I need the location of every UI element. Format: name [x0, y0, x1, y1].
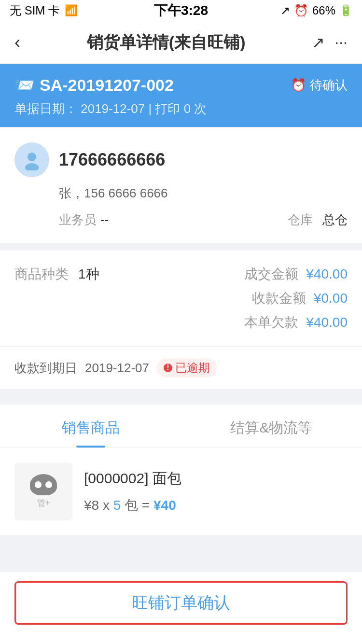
product-item: 管+ [0000002] 面包 ¥8 x 5 包 = ¥40 — [0, 448, 362, 535]
tab-settlement-label: 结算&物流等 — [230, 420, 312, 435]
owl-eye-left — [35, 481, 42, 488]
date-value: 2019-12-07 — [81, 101, 145, 116]
status-clock-icon: ⏰ — [291, 78, 306, 93]
status-bar: 无 SIM 卡 📶 下午3:28 ↗ ⏰ 66% 🔋 — [0, 0, 362, 21]
order-id-icon: 📨 — [14, 75, 35, 95]
owl-eyes — [35, 481, 52, 488]
due-date-value: 2019-12-07 — [85, 361, 149, 376]
product-type-label: 商品种类 — [14, 265, 69, 283]
battery-icon: 🔋 — [339, 4, 352, 17]
overdue-label: 已逾期 — [175, 360, 210, 376]
product-price: ¥8 x 5 包 = ¥40 — [84, 496, 348, 515]
amount-row-1: 收款金额 ¥0.00 — [252, 289, 348, 308]
bottom-bar: 旺铺订单确认 — [0, 571, 362, 644]
carrier-label: 无 SIM 卡 — [10, 3, 60, 18]
amount-value-1: ¥0.00 — [314, 291, 348, 306]
product-name-text: 面包 — [153, 470, 181, 486]
overdue-dot-icon: ! — [164, 364, 172, 372]
svg-point-0 — [28, 153, 36, 161]
product-qty: 5 — [113, 498, 121, 513]
product-type-value: 1种 — [78, 265, 99, 283]
warehouse-label: 仓库 — [288, 211, 313, 228]
owl-eye-right — [45, 481, 52, 488]
overdue-badge: ! 已逾期 — [157, 358, 217, 378]
svg-point-1 — [25, 163, 39, 170]
date-label: 单据日期： — [14, 101, 77, 116]
order-status: ⏰ 待确认 — [291, 77, 348, 94]
order-id-row: 📨 SA-20191207-002 ⏰ 待确认 — [14, 75, 348, 95]
summary-right: 成交金额 ¥40.00 收款金额 ¥0.00 本单欠款 ¥40.00 — [244, 265, 348, 332]
page-title: 销货单详情(来自旺铺) — [20, 31, 312, 54]
status-bar-time: 下午3:28 — [154, 1, 208, 20]
tab-settlement[interactable]: 结算&物流等 — [181, 405, 362, 448]
order-id: 📨 SA-20191207-002 — [14, 75, 174, 95]
order-date-row: 单据日期： 2019-12-07 | 打印 0 次 — [14, 100, 348, 117]
customer-meta: 业务员 -- 仓库 总仓 — [14, 211, 348, 228]
amount-label-0: 成交金额 — [244, 265, 298, 283]
amount-row-2: 本单欠款 ¥40.00 — [244, 313, 348, 332]
product-thumbnail: 管+ — [14, 462, 72, 520]
amount-label-2: 本单欠款 — [244, 313, 298, 332]
nav-actions: ↗ ··· — [312, 33, 348, 52]
status-bar-left: 无 SIM 卡 📶 — [10, 3, 78, 18]
confirm-order-button[interactable]: 旺铺订单确认 — [14, 581, 348, 625]
warehouse-value: 总仓 — [322, 211, 348, 228]
location-icon: ↗ — [280, 4, 290, 17]
amount-value-0: ¥40.00 — [306, 266, 348, 282]
order-header: 📨 SA-20191207-002 ⏰ 待确认 单据日期： 2019-12-07… — [0, 64, 362, 127]
owl-brand-label: 管+ — [37, 497, 50, 509]
summary-row: 商品种类 1种 成交金额 ¥40.00 收款金额 ¥0.00 本单欠款 ¥40.… — [14, 265, 348, 332]
amount-value-2: ¥40.00 — [306, 315, 348, 330]
product-equals: = — [142, 498, 153, 513]
alarm-icon: ⏰ — [294, 4, 308, 17]
divider-2 — [0, 389, 362, 397]
battery-label: 66% — [312, 4, 335, 17]
owl-face — [30, 474, 57, 495]
product-info: [0000002] 面包 ¥8 x 5 包 = ¥40 — [84, 469, 348, 515]
customer-info: 张，156 6666 6666 — [14, 185, 348, 202]
customer-row: 17666666666 — [14, 142, 348, 177]
status-bar-right: ↗ ⏰ 66% 🔋 — [280, 4, 352, 17]
product-unit: 包 — [125, 498, 138, 513]
tab-sales-products-label: 销售商品 — [62, 420, 120, 435]
tabs-section: 销售商品 结算&物流等 管+ [0000002] 面包 — [0, 405, 362, 535]
tabs-row: 销售商品 结算&物流等 — [0, 405, 362, 448]
print-count: 0 — [184, 101, 191, 116]
summary-section: 商品种类 1种 成交金额 ¥40.00 收款金额 ¥0.00 本单欠款 ¥40.… — [0, 251, 362, 346]
customer-phone: 17666666666 — [59, 150, 165, 170]
share-icon[interactable]: ↗ — [312, 33, 325, 52]
print-unit: 次 — [194, 101, 207, 116]
due-section: 收款到期日 2019-12-07 ! 已逾期 — [0, 346, 362, 389]
avatar — [14, 142, 49, 177]
order-id-text: SA-20191207-002 — [40, 76, 174, 95]
back-button[interactable]: ‹ — [14, 32, 20, 53]
status-label: 待确认 — [310, 77, 348, 94]
divider-1 — [0, 243, 362, 251]
product-total: ¥40 — [153, 498, 176, 513]
staff-label: 业务员 — [59, 211, 97, 228]
wifi-icon: 📶 — [65, 4, 78, 17]
nav-bar: ‹ 销货单详情(来自旺铺) ↗ ··· — [0, 21, 362, 64]
summary-left: 商品种类 1种 — [14, 265, 99, 283]
amount-label-1: 收款金额 — [252, 289, 306, 308]
staff-value: -- — [100, 212, 109, 227]
product-unit-price: ¥8 — [84, 498, 99, 513]
product-name: [0000002] 面包 — [84, 469, 348, 489]
more-icon[interactable]: ··· — [334, 33, 348, 51]
tab-sales-products[interactable]: 销售商品 — [0, 405, 181, 448]
print-label: | 打印 — [148, 101, 180, 116]
amount-row-0: 成交金额 ¥40.00 — [244, 265, 348, 283]
product-code: [0000002] — [84, 470, 148, 486]
due-date-label: 收款到期日 — [14, 360, 77, 377]
product-thumb-owl: 管+ — [30, 474, 57, 509]
customer-section: 17666666666 张，156 6666 6666 业务员 -- 仓库 总仓 — [0, 128, 362, 243]
product-multiply: x — [103, 498, 113, 513]
